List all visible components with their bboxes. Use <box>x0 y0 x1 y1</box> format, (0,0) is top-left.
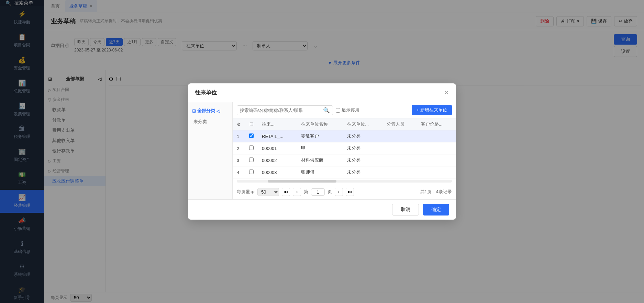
page-suffix: 页 <box>327 189 332 195</box>
modal-header: 往来单位 ✕ <box>188 83 456 102</box>
modal-toolbar: 🔍 显示停用 + 新增往来单位 <box>233 102 456 118</box>
row-category: 未分类 <box>343 142 382 154</box>
row-code: RETAIL_... <box>258 130 297 142</box>
page-input[interactable] <box>311 188 325 196</box>
uncategorized-label: 未分类 <box>193 119 207 124</box>
page-word: 第 <box>304 189 308 195</box>
modal-overlay: 往来单位 ✕ ⊞ 全部分类 ◁ 未分类 <box>0 0 644 303</box>
scrollbar-thumb[interactable] <box>268 180 336 183</box>
row-manager <box>382 154 417 166</box>
row-manager <box>382 142 417 154</box>
add-counterparty-button[interactable]: + 新增往来单位 <box>412 105 452 115</box>
modal-right-panel: 🔍 显示停用 + 新增往来单位 ⚙ ☐ <box>233 102 456 199</box>
search-magnifier-icon: 🔍 <box>323 107 330 114</box>
next-page-btn[interactable]: › <box>335 188 343 196</box>
row-num: 3 <box>233 154 245 166</box>
all-category-btn[interactable]: ⊞ 全部分类 ◁ <box>188 105 232 117</box>
first-page-btn[interactable]: ⏮ <box>282 188 290 196</box>
row-price <box>417 130 456 142</box>
row-name: 甲 <box>297 142 343 154</box>
row-num: 4 <box>233 166 245 178</box>
row-name: 张师傅 <box>297 166 343 178</box>
modal-left-panel: ⊞ 全部分类 ◁ 未分类 <box>188 102 233 199</box>
row-category: 未分类 <box>343 166 382 178</box>
show-disabled-label: 显示停用 <box>342 107 359 113</box>
prev-page-btn[interactable]: ‹ <box>293 188 301 196</box>
modal-table: ⚙ ☐ 往来... 往来单位名称 往来单位... 分管人员 客户价格... <box>233 118 456 178</box>
last-page-btn[interactable]: ⏭ <box>346 188 354 196</box>
table-header-row: ⚙ ☐ 往来... 往来单位名称 往来单位... 分管人员 客户价格... <box>233 118 456 130</box>
modal-footer: 取消 确定 <box>188 199 456 220</box>
search-input[interactable] <box>240 108 322 113</box>
row-code: 000001 <box>258 142 297 154</box>
row-checkbox[interactable] <box>245 142 258 154</box>
row-checkbox[interactable] <box>245 130 258 142</box>
row-name: 材料供应商 <box>297 154 343 166</box>
col-price: 客户价格... <box>417 118 456 130</box>
row-checkbox[interactable] <box>245 154 258 166</box>
modal-pagination: 每页显示 50 ⏮ ‹ 第 页 › ⏭ 共1页，4条记录 <box>233 184 456 199</box>
table-row[interactable]: 3 000002 材料供应商 未分类 <box>233 154 456 166</box>
row-price <box>417 154 456 166</box>
page-size-select[interactable]: 50 <box>257 188 279 196</box>
modal-close-button[interactable]: ✕ <box>444 89 449 96</box>
row-manager <box>382 166 417 178</box>
modal-title: 往来单位 <box>195 89 217 96</box>
table-row[interactable]: 1 RETAIL_... 零散客户 未分类 <box>233 130 456 142</box>
horizontal-scrollbar[interactable] <box>237 180 452 183</box>
search-box[interactable]: 🔍 <box>237 105 333 115</box>
table-row[interactable]: 2 000001 甲 未分类 <box>233 142 456 154</box>
col-code: 往来... <box>258 118 297 130</box>
row-price <box>417 166 456 178</box>
row-num: 1 <box>233 130 245 142</box>
col-check: ☐ <box>245 118 258 130</box>
row-code: 000002 <box>258 154 297 166</box>
total-info: 共1页，4条记录 <box>420 189 452 195</box>
per-page-label: 每页显示 <box>237 189 255 195</box>
modal-body: ⊞ 全部分类 ◁ 未分类 🔍 显示停 <box>188 102 456 199</box>
row-price <box>417 142 456 154</box>
col-settings[interactable]: ⚙ <box>233 118 245 130</box>
col-manager: 分管人员 <box>382 118 417 130</box>
col-name: 往来单位名称 <box>297 118 343 130</box>
counterparty-modal: 往来单位 ✕ ⊞ 全部分类 ◁ 未分类 <box>188 83 456 220</box>
col-category: 往来单位... <box>343 118 382 130</box>
collapse-left-icon: ◁ <box>216 108 220 114</box>
counterparty-table: ⚙ ☐ 往来... 往来单位名称 往来单位... 分管人员 客户价格... <box>233 118 456 178</box>
row-manager <box>382 130 417 142</box>
show-disabled-checkbox-label[interactable]: 显示停用 <box>336 107 359 113</box>
row-checkbox[interactable] <box>245 166 258 178</box>
row-code: 000003 <box>258 166 297 178</box>
row-category: 未分类 <box>343 154 382 166</box>
row-name: 零散客户 <box>297 130 343 142</box>
all-category-label: 全部分类 <box>197 108 215 114</box>
show-disabled-checkbox[interactable] <box>336 108 340 113</box>
row-category: 未分类 <box>343 130 382 142</box>
uncategorized-item[interactable]: 未分类 <box>188 117 232 127</box>
row-num: 2 <box>233 142 245 154</box>
table-row[interactable]: 4 000003 张师傅 未分类 <box>233 166 456 178</box>
cancel-modal-button[interactable]: 取消 <box>392 204 419 215</box>
grid-category-icon: ⊞ <box>192 108 196 114</box>
confirm-modal-button[interactable]: 确定 <box>423 204 449 215</box>
